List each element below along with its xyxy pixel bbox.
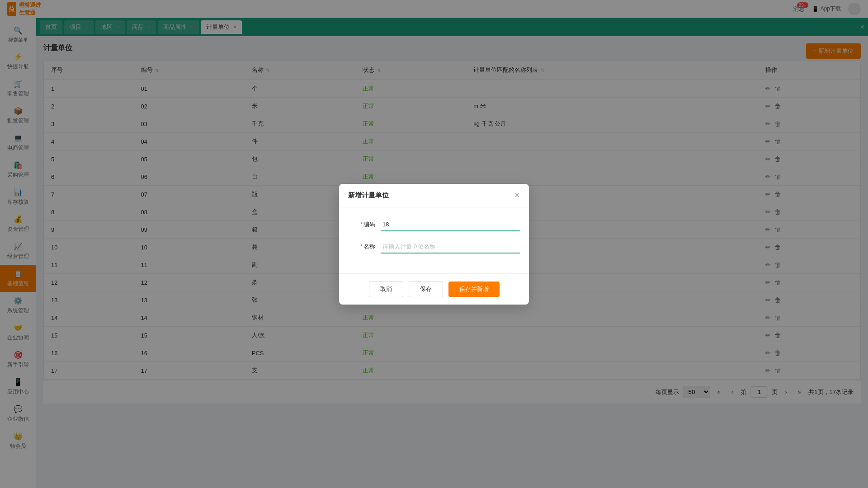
modal-footer: 取消 保存 保存并新增: [339, 273, 529, 305]
name-form-item: 名称: [348, 240, 520, 253]
modal-body: 编码 名称: [339, 207, 529, 273]
name-label: 名称: [348, 243, 375, 251]
code-label: 编码: [348, 221, 375, 229]
modal-header: 新增计量单位 ✕: [339, 184, 529, 207]
save-and-new-button[interactable]: 保存并新增: [448, 282, 500, 297]
modal-close-button[interactable]: ✕: [514, 191, 520, 200]
modal-title: 新增计量单位: [348, 191, 389, 200]
name-input[interactable]: [381, 240, 520, 253]
save-button[interactable]: 保存: [409, 281, 443, 297]
cancel-button[interactable]: 取消: [369, 281, 403, 297]
add-unit-modal: 新增计量单位 ✕ 编码 名称 取消 保存 保存并新增: [339, 184, 529, 305]
code-form-item: 编码: [348, 218, 520, 231]
modal-overlay[interactable]: 新增计量单位 ✕ 编码 名称 取消 保存 保存并新增: [0, 0, 868, 488]
code-input[interactable]: [381, 218, 520, 231]
